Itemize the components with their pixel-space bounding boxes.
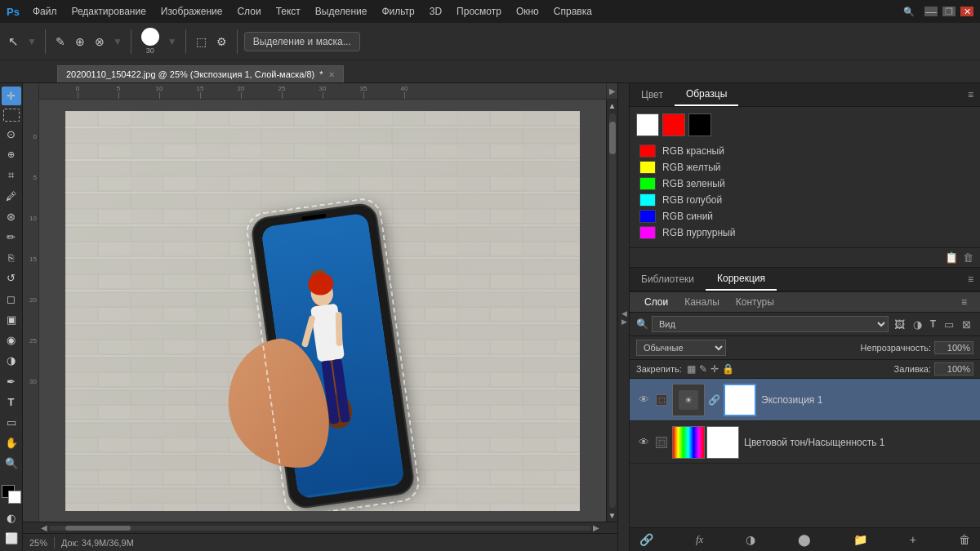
dodge-tool[interactable]: ◑ [2, 351, 21, 370]
menu-layers[interactable]: Слои [230, 2, 267, 20]
vertical-scrollbar[interactable]: ▲ ▼ [606, 100, 617, 522]
lock-all-icon[interactable]: 🔒 [722, 363, 734, 375]
blur-tool[interactable]: ◉ [2, 331, 21, 349]
text-tool[interactable]: T [2, 393, 21, 411]
canvas-content[interactable] [39, 100, 606, 522]
menu-filter[interactable]: Фильтр [375, 2, 421, 20]
eyedropper-tool[interactable]: 🖉 [2, 186, 21, 205]
scroll-up-arrow[interactable]: ▲ [607, 100, 617, 112]
delete-layer-icon[interactable]: 🗑 [956, 531, 973, 548]
swatch-item-cyan[interactable]: RGB голубой [636, 192, 973, 208]
crop-tool[interactable]: ⌗ [2, 166, 21, 184]
swatch-item-blue[interactable]: RGB синий [636, 208, 973, 224]
mask-button[interactable]: Выделение и маска... [244, 32, 360, 51]
menu-image[interactable]: Изображение [154, 2, 229, 20]
swatch-item-green[interactable]: RGB зеленый [636, 176, 973, 192]
layer-mask-exposure[interactable] [724, 384, 756, 416]
spot-heal-tool[interactable]: ⊛ [2, 207, 21, 226]
layer-options-exposure[interactable]: ⬚ [656, 394, 667, 406]
menu-file[interactable]: Файл [26, 2, 64, 20]
pen-tool[interactable]: ✒ [2, 371, 21, 390]
menu-edit[interactable]: Редактирование [65, 2, 152, 20]
search-window-icon[interactable]: 🔍 [898, 5, 920, 19]
blend-mode-select[interactable]: Обычные [636, 340, 726, 356]
layer-visibility-exposure[interactable]: 👁 [636, 393, 651, 407]
filter-smart-btn[interactable]: ⊠ [960, 317, 973, 332]
sidebar-collapse-strip[interactable]: ◀▶ [617, 83, 629, 551]
scroll-right-arrow[interactable]: ▶ [591, 523, 601, 532]
hand-tool[interactable]: ✋ [2, 433, 21, 452]
menu-view[interactable]: Просмотр [450, 2, 508, 20]
eraser-tool[interactable]: ◻ [2, 290, 21, 309]
tab-channels[interactable]: Каналы [676, 292, 728, 312]
tab-swatches[interactable]: Образцы [675, 83, 738, 106]
scroll-left-arrow[interactable]: ◀ [39, 523, 49, 532]
lock-paint-icon[interactable]: ✎ [699, 363, 707, 375]
tab-color[interactable]: Цвет [630, 84, 675, 105]
brush-tool-btn[interactable]: ✎ [52, 33, 69, 51]
tab-contours[interactable]: Контуры [728, 292, 782, 312]
lasso-tool[interactable]: ⊙ [2, 125, 21, 144]
scroll-thumb-h[interactable] [65, 526, 131, 531]
menu-3d[interactable]: 3D [423, 2, 448, 20]
tab-layers[interactable]: Слои [636, 292, 676, 312]
clone-stamp-tool[interactable]: ⎘ [2, 248, 21, 267]
screen-mode-tool[interactable]: ⬜ [2, 529, 21, 548]
zoom-tool[interactable]: 🔍 [2, 454, 21, 473]
swatch-item-magenta[interactable]: RGB пурпурный [636, 224, 973, 241]
scroll-down-arrow[interactable]: ▼ [607, 509, 617, 522]
group-layers-icon[interactable]: 📁 [850, 531, 871, 548]
layer-mask-huesat[interactable] [706, 426, 739, 459]
quick-mask-tool[interactable]: ◐ [2, 508, 21, 527]
menu-help[interactable]: Справка [547, 2, 599, 20]
swatch-black[interactable] [688, 113, 711, 136]
layer-link-exposure[interactable]: 🔗 [706, 394, 722, 406]
filter-adj-btn[interactable]: ◑ [911, 317, 924, 332]
filter-shape-btn[interactable]: ▭ [942, 317, 956, 332]
horizontal-scrollbar[interactable]: ◀ ▶ [23, 522, 617, 533]
move-tool[interactable]: ✛ [2, 87, 21, 105]
filter-text-btn[interactable]: T [928, 317, 938, 331]
settings-icon-2[interactable]: ⚙ [213, 33, 230, 51]
minimize-button[interactable]: — [924, 7, 938, 16]
tab-close-btn[interactable]: ✕ [328, 70, 335, 79]
menu-text[interactable]: Текст [270, 2, 307, 20]
menu-window[interactable]: Окно [510, 2, 546, 20]
tab-correction[interactable]: Коррекция [706, 268, 777, 291]
adjustment-layer-icon[interactable]: ⬤ [795, 531, 814, 548]
rectangular-select-tool[interactable] [3, 109, 20, 122]
swatch-item-red[interactable]: RGB красный [636, 143, 973, 159]
layers-panel-menu[interactable]: ≡ [955, 293, 973, 311]
fx-icon[interactable]: fx [693, 531, 706, 548]
ruler-right-arrow[interactable]: ▶ [606, 83, 617, 99]
new-layer-icon[interactable]: + [906, 531, 920, 548]
tab-libraries[interactable]: Библиотеки [630, 269, 706, 290]
layer-options-huesat[interactable]: ⬚ [656, 437, 667, 448]
layer-filter-select[interactable]: Вид [652, 316, 889, 332]
menu-select[interactable]: Выделение [309, 2, 374, 20]
delete-swatch-icon[interactable]: 🗑 [963, 251, 973, 264]
add-mask-icon[interactable]: ◑ [742, 531, 759, 548]
filter-pixel-btn[interactable]: 🖼 [892, 317, 907, 332]
scroll-thumb-v[interactable] [609, 122, 616, 154]
background-swatch[interactable] [8, 491, 21, 504]
layer-visibility-huesat[interactable]: 👁 [636, 435, 651, 450]
opacity-input[interactable] [934, 341, 973, 354]
move-tool-btn[interactable]: ↖ [5, 32, 22, 51]
lock-position-icon[interactable]: ✛ [710, 363, 719, 375]
shape-tool[interactable]: ▭ [2, 413, 21, 432]
brush-tool[interactable]: ✏ [2, 228, 21, 247]
create-swatch-icon[interactable]: 📋 [945, 251, 958, 264]
gradient-tool[interactable]: ▣ [2, 310, 21, 329]
foreground-color[interactable] [2, 485, 21, 504]
fill-input[interactable] [934, 362, 973, 375]
scroll-track-h[interactable] [49, 526, 591, 531]
scroll-track-v[interactable] [609, 113, 616, 508]
layer-item-exposure[interactable]: 👁 ⬚ ☀ 🔗 Экспозиц [630, 379, 980, 421]
link-layers-icon[interactable]: 🔗 [636, 531, 657, 548]
heal-tool-btn[interactable]: ⊕ [72, 33, 88, 51]
history-brush-tool[interactable]: ↺ [2, 269, 21, 287]
document-tab[interactable]: 20200110_150422.jpg @ 25% (Экспозиция 1,… [57, 65, 344, 82]
close-button[interactable]: ✕ [960, 7, 973, 16]
swatch-white[interactable] [636, 113, 659, 136]
